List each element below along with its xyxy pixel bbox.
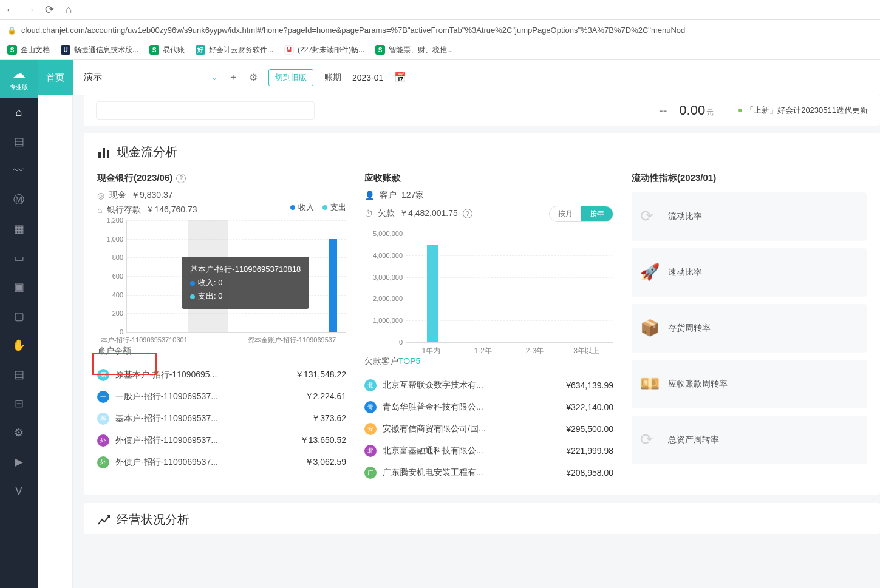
operations-panel: 经营状况分析 xyxy=(84,503,880,534)
metric-icon: 📦 xyxy=(640,319,660,338)
user-icon: 👤 xyxy=(364,191,375,200)
news-item[interactable]: 「上新」好会计20230511迭代更新 xyxy=(738,105,868,116)
bookmark-item[interactable]: S易代账 xyxy=(149,45,185,55)
app-logo[interactable]: ☁ 专业版 xyxy=(0,60,38,98)
rail-card-icon[interactable]: ▭ xyxy=(0,243,38,272)
top5-row[interactable]: 广广东腾安机电安装工程有...¥208,958.00 xyxy=(364,462,613,484)
logo-text: 专业版 xyxy=(10,83,28,92)
bar-chart-icon xyxy=(97,146,111,159)
bookmarks-bar: S金山文档 U畅捷通信息技术股... S易代账 好好会计云财务软件... M(2… xyxy=(0,40,880,60)
metric-card[interactable]: 🚀速动比率 xyxy=(632,248,867,297)
svg-rect-1 xyxy=(103,148,105,158)
sub-rail: 首页 xyxy=(38,60,73,588)
metric-card[interactable]: ⟳流动比率 xyxy=(632,192,867,241)
bookmark-item[interactable]: S金山文档 xyxy=(7,45,50,55)
bookmark-item[interactable]: 好好会计云财务软件... xyxy=(196,45,273,55)
news-dot-icon xyxy=(738,109,742,112)
zero-amount: 0.00 xyxy=(679,103,705,118)
url-bar[interactable]: 🔒 cloud.chanjet.com/accounting/uw1eb00zy… xyxy=(0,20,880,40)
tab-home[interactable]: 首页 xyxy=(38,60,73,95)
account-row[interactable]: 一一般户-招行-1109069537...￥2,224.61 xyxy=(97,386,346,408)
top5-row[interactable]: 青青岛华胜普金科技有限公...¥322,140.00 xyxy=(364,396,613,418)
home-icon[interactable]: ⌂ xyxy=(63,4,74,15)
lock-icon: 🔒 xyxy=(7,26,16,35)
org-select[interactable]: 演示 ⌄ xyxy=(84,72,217,83)
rail-gear-icon[interactable]: ⚙ xyxy=(0,418,38,447)
back-icon[interactable]: ← xyxy=(5,4,16,15)
rail-image-icon[interactable]: ▢ xyxy=(0,302,38,331)
metric-icon: 💴 xyxy=(640,374,660,394)
toggle-month[interactable]: 按月 xyxy=(550,206,581,221)
section-title: 现金银行(2023/06) xyxy=(97,172,172,184)
dash-value: -- xyxy=(659,104,667,118)
account-row[interactable]: 原原基本户-招行-11090695...￥131,548.22 xyxy=(97,364,346,386)
gear-icon[interactable]: ⚙ xyxy=(249,72,258,83)
coin-icon: ◎ xyxy=(97,191,104,200)
receivable-chart[interactable]: 5,000,000 4,000,000 3,000,000 2,000,000 … xyxy=(406,234,613,343)
cashflow-panel: 现金流分析 现金银行(2023/06) ? ◎ 现金 ￥9,830.37 xyxy=(84,133,880,495)
rail-chart-icon[interactable]: 〰 xyxy=(0,156,38,185)
cloud-icon: ☁ xyxy=(12,66,26,82)
receivable-section: 应收账款 👤 客户 127家 ⏱ 欠款 ￥4,482,001.75 ? xyxy=(364,172,613,484)
bookmark-item[interactable]: U畅捷通信息技术股... xyxy=(61,45,138,55)
plus-icon[interactable]: ＋ xyxy=(228,71,238,84)
metric-card[interactable]: 💴应收账款周转率 xyxy=(632,360,867,408)
switch-old-button[interactable]: 切到旧版 xyxy=(268,69,313,86)
rail-money-icon[interactable]: Ⓜ xyxy=(0,185,38,214)
bookmark-item[interactable]: M(227封未读邮件)畅... xyxy=(284,45,364,55)
liquidity-section: 流动性指标(2023/01) ⟳流动比率🚀速动比率📦存货周转率💴应收账款周转率⟳… xyxy=(632,172,867,484)
metric-icon: 🚀 xyxy=(640,263,660,282)
bank-chart[interactable]: 1,200 1,000 800 600 400 200 0 本户-招行-1109… xyxy=(126,220,346,333)
url-text: cloud.chanjet.com/accounting/uw1eb00zy96… xyxy=(21,25,685,35)
metric-icon: ⟳ xyxy=(640,430,660,450)
chevron-down-icon: ⌄ xyxy=(211,73,217,82)
rail-hand-icon[interactable]: ✋ xyxy=(0,331,38,360)
forward-icon[interactable]: → xyxy=(24,4,35,15)
account-row[interactable]: 外外债户-招行-1109069537...￥3,062.59 xyxy=(97,451,346,473)
metric-card[interactable]: ⟳总资产周转率 xyxy=(632,416,867,464)
org-name: 演示 xyxy=(84,72,102,83)
left-rail: ☁ 专业版 ⌂ ▤ 〰 Ⓜ ▦ ▭ ▣ ▢ ✋ ▤ ⊟ ⚙ ▶ V xyxy=(0,60,38,588)
top5-title: 欠款客户TOP5 xyxy=(364,356,613,367)
rail-inbox-icon[interactable]: ⊟ xyxy=(0,389,38,418)
rail-note-icon[interactable]: ▤ xyxy=(0,360,38,389)
rail-video-icon[interactable]: ▶ xyxy=(0,447,38,476)
cash-bank-section: 现金银行(2023/06) ? ◎ 现金 ￥9,830.37 ⌂ 银行存款 ￥1… xyxy=(97,172,346,484)
account-row[interactable]: 外外债户-招行-1109069537...￥13,650.52 xyxy=(97,430,346,451)
period-label: 账期 xyxy=(324,72,341,83)
top5-row[interactable]: 北北京互帮联众数字技术有...¥634,139.99 xyxy=(364,374,613,396)
clock-icon: ⏱ xyxy=(364,209,373,218)
rail-doc-icon[interactable]: ▤ xyxy=(0,127,38,156)
rail-home-icon[interactable]: ⌂ xyxy=(0,98,38,127)
browser-nav: ← → ⟳ ⌂ xyxy=(0,0,880,20)
section-title: 应收账款 xyxy=(364,172,401,184)
svg-rect-2 xyxy=(107,150,109,158)
accounts-title: 账户余额 xyxy=(97,346,346,357)
content-area: -- 0.00元 「上新」好会计20230511迭代更新 现金流分析 xyxy=(73,95,880,588)
help-icon[interactable]: ? xyxy=(176,174,186,183)
help-icon[interactable]: ? xyxy=(463,209,472,218)
chart-tooltip: 基本户-招行-110906953710818 收入: 0 支出: 0 xyxy=(182,257,309,309)
calendar-icon[interactable]: 📅 xyxy=(394,72,406,83)
rail-calc-icon[interactable]: ▣ xyxy=(0,272,38,302)
svg-rect-0 xyxy=(98,152,101,158)
reload-icon[interactable]: ⟳ xyxy=(44,4,55,15)
bank-icon: ⌂ xyxy=(97,205,102,215)
rail-v-icon[interactable]: V xyxy=(0,476,38,505)
top5-row[interactable]: 北北京富基融通科技有限公...¥221,999.98 xyxy=(364,440,613,462)
header-bar: 演示 ⌄ ＋ ⚙ 切到旧版 账期 2023-01 📅 xyxy=(73,60,880,95)
trend-icon xyxy=(97,513,111,527)
metric-card[interactable]: 📦存货周转率 xyxy=(632,304,867,353)
period-toggle[interactable]: 按月 按年 xyxy=(549,206,613,222)
bookmark-item[interactable]: S智能票、财、税推... xyxy=(375,45,453,55)
toggle-year[interactable]: 按年 xyxy=(581,206,613,221)
panel-title: 现金流分析 xyxy=(97,144,867,160)
top5-row[interactable]: 安安徽有信商贸有限公司/国...¥295,500.00 xyxy=(364,418,613,440)
metric-icon: ⟳ xyxy=(640,207,660,226)
summary-strip: -- 0.00元 「上新」好会计20230511迭代更新 xyxy=(84,95,880,126)
rail-building-icon[interactable]: ▦ xyxy=(0,214,38,243)
account-row[interactable]: 基基本户-招行-1109069537...￥373.62 xyxy=(97,408,346,430)
period-value[interactable]: 2023-01 xyxy=(352,73,383,83)
section-title: 流动性指标(2023/01) xyxy=(632,172,716,184)
